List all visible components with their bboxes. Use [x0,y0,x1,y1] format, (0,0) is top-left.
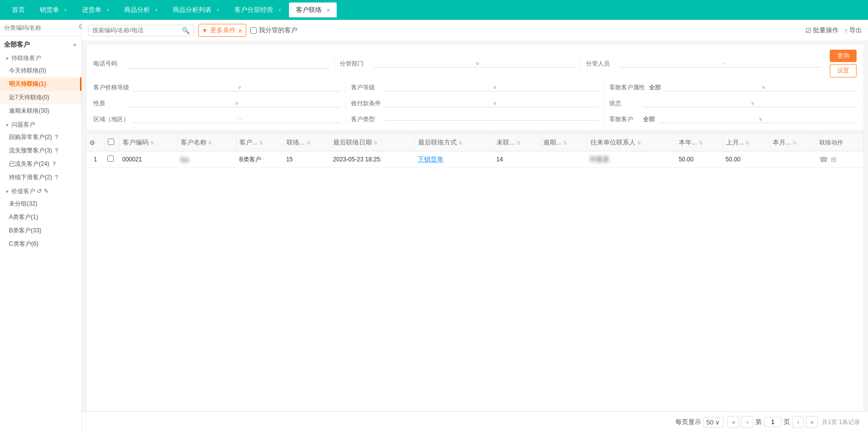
sidebar-collapse-icon[interactable]: « [73,41,76,48]
filter-dept-select[interactable]: ∨ [373,60,576,68]
filter-retail-attr-arrow-icon: ∨ [762,84,855,90]
sidebar-item-churned[interactable]: 已流失客户(24) ？ [0,157,81,171]
search-input[interactable] [92,27,182,34]
page-size-arrow-icon: ∨ [715,419,720,426]
sidebar-item-declining[interactable]: 持续下滑客户(2) ？ [0,171,81,184]
sidebar-item-churn-warn[interactable]: 流失预警客户(3) ？ [0,144,81,157]
export-icon: ↑ [845,27,848,34]
filter-retail-customer-select[interactable]: ∨ [659,115,857,123]
col-name-sort-icon[interactable]: ⇅ [208,140,212,145]
nav-customer-tier-close[interactable]: × [278,7,281,13]
nav-purchase[interactable]: 进货单 × [75,2,116,17]
nav-goods-analysis-list-close[interactable]: × [217,7,219,13]
sidebar-search-icon[interactable]: 🔍 [78,24,82,32]
filter-row-2: 客户价格等级 ∨ 客户等级 ∨ 零散客户属性 [93,81,857,93]
page-size-box[interactable]: 50 ∨ [703,417,724,428]
filter-customer-type-select[interactable] [385,118,598,121]
col-overdue: 逾期... ⇅ [540,134,587,151]
col-last-month: 上月... ⇅ [723,134,769,151]
sidebar-item-type-b[interactable]: B类客户(33) [0,224,81,237]
filter-payment-select[interactable]: ∨ [385,99,598,107]
row-checkbox[interactable] [107,155,114,162]
col-last-method-sort-icon[interactable]: ⇅ [458,140,462,145]
filter-status-arrow-icon: ∨ [751,100,855,106]
col-last-date-sort-icon[interactable]: ⇅ [373,140,377,145]
col-this-year-sort-icon[interactable]: ⇅ [699,140,703,145]
all-customers-header[interactable]: 全部客户 « [0,36,81,51]
filter-nature-select[interactable]: ∨ [127,99,341,107]
sidebar-search-input[interactable] [4,24,78,31]
nav-goods-analysis-list[interactable]: 商品分析列表 × [166,2,226,17]
top-navigation: 首页 销货单 × 进货单 × 商品分析 × 商品分析列表 × 客户分层经营 × … [0,0,868,20]
nav-sales[interactable]: 销货单 × [33,2,74,17]
filter-retail-customer-arrow-icon: ∨ [759,116,855,122]
batch-operation-button[interactable]: ☑ 批量操作 [805,26,839,35]
col-last-method: 最后联络方式 ⇅ [415,134,493,151]
my-customers-checkbox-container[interactable]: 我分管的客户 [250,26,297,35]
gear-icon[interactable]: ⚙ [89,139,95,146]
sidebar-group-value[interactable]: 价值客户 ↺ ✎ [0,184,81,197]
sidebar-group-pending[interactable]: 待联络客户 [0,51,81,64]
nav-sales-close[interactable]: × [64,7,67,13]
col-overdue-sort-icon[interactable]: ⇅ [563,140,567,145]
sidebar-item-today[interactable]: 今天待联络(0) [0,64,81,77]
nav-goods-analysis-close[interactable]: × [155,7,158,13]
nav-customer-tier[interactable]: 客户分层经营 × [227,2,288,17]
sidebar-item-week[interactable]: 近7天待联络(0) [0,91,81,104]
row-unit-contact: 刘某某 [587,151,675,168]
nav-goods-analysis[interactable]: 商品分析 × [117,2,165,17]
col-uncontacted-sort-icon[interactable]: ⇅ [516,140,520,145]
filter-payment: 收付款条件 ∨ [351,99,598,108]
sidebar-item-type-a[interactable]: A类客户(1) [0,211,81,224]
filter-manager-select[interactable]: ··· [620,60,822,68]
col-contact-count: 联络... ⇅ [283,134,330,151]
last-method-link[interactable]: 下销货单 [418,155,443,163]
col-unit-contact-sort-icon[interactable]: ⇅ [637,140,641,145]
filter-phone-input[interactable] [127,59,329,69]
action-more-icon[interactable]: ⊞ [831,155,837,163]
nav-purchase-close[interactable]: × [106,7,109,13]
filter-price-level-select[interactable]: ∨ [133,83,341,91]
sidebar-item-tomorrow[interactable]: 明天待联络(1) [0,77,81,91]
col-last-month-sort-icon[interactable]: ⇅ [745,140,749,145]
first-page-button[interactable]: « [727,416,739,428]
sidebar-group-problem[interactable]: 问题客户 [0,118,81,131]
search-box: 🔍 [88,25,194,36]
nav-customer-contact[interactable]: 客户联络 × [289,2,337,17]
filter-manager-dots-icon: ··· [722,61,820,66]
nav-customer-contact-close[interactable]: × [327,7,330,13]
filter-region: 区域（地区） ··· [93,115,341,124]
page-number-input[interactable] [764,417,782,427]
sidebar-item-ungroup[interactable]: 未分组(32) [0,197,81,211]
filter-nature: 性质 ∨ [93,99,341,108]
filter-status-select[interactable]: ∨ [643,99,857,107]
last-page-button[interactable]: » [806,416,818,428]
query-button[interactable]: 查询 [830,50,857,62]
more-filter-button[interactable]: ▼ 更多条件 ∧ [198,24,246,37]
col-this-month-sort-icon[interactable]: ⇅ [793,140,796,145]
action-phone-icon[interactable]: ☎ [819,155,828,163]
next-page-button[interactable]: › [792,416,804,428]
filter-retail-attr-select[interactable]: ∨ [665,83,857,91]
sidebar-item-abnormal[interactable]: 回购异常客户(2) ？ [0,131,81,144]
nav-home[interactable]: 首页 [5,2,32,17]
filter-retail-customer: 零散客户 全部 ∨ [609,115,857,124]
sidebar-item-type-c[interactable]: C类客户(6) [0,237,81,251]
filter-nature-arrow-icon: ∨ [235,100,339,106]
col-code-sort-icon[interactable]: ⇅ [150,140,154,145]
filter-region-select[interactable]: ··· [133,115,341,123]
filter-region-dots-icon: ··· [238,116,339,122]
sidebar-item-overdue[interactable]: 逾期未联络(30) [0,104,81,118]
search-button[interactable]: 🔍 [182,27,190,34]
filter-customer-level-select[interactable]: ∨ [385,83,598,91]
prev-page-button[interactable]: ‹ [741,416,753,428]
col-last-date: 最后联络日期 ⇅ [330,134,415,151]
col-contact-count-sort-icon[interactable]: ⇅ [306,140,310,145]
data-table-wrapper: ⚙ 客户编码 ⇅ 客户名称 [86,134,864,412]
col-customer-type-sort-icon[interactable]: ⇅ [259,140,263,145]
export-button[interactable]: ↑ 导出 [845,26,863,35]
select-all-checkbox[interactable] [108,139,114,145]
filter-arrow-icon: ∧ [238,27,243,34]
settings-button[interactable]: 设置 [830,64,857,77]
my-customers-checkbox[interactable] [250,27,257,34]
